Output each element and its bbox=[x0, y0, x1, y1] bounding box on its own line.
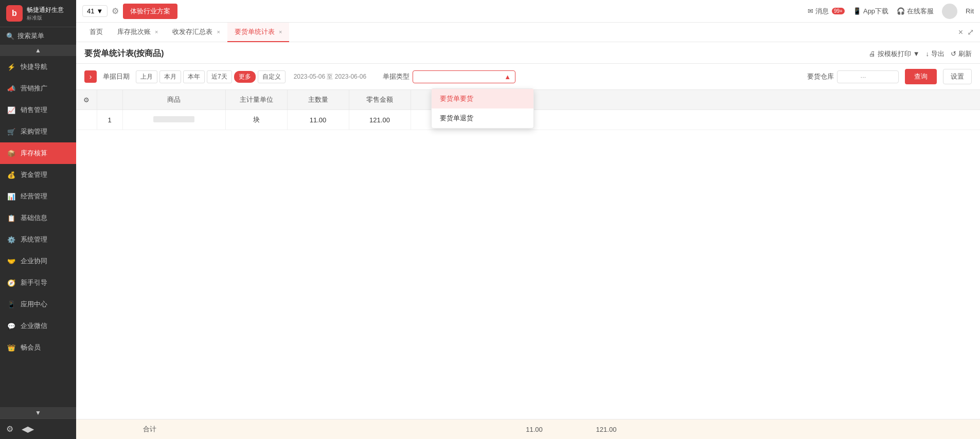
sales-icon: 📈 bbox=[6, 105, 16, 115]
sidebar: b 畅捷通好生意 标准版 🔍 搜索菜单 ▲ ⚡ 快捷导航 📣 营销推广 📈 销售… bbox=[0, 0, 76, 439]
type-select[interactable]: ▲ bbox=[413, 70, 515, 83]
sidebar-item-finance[interactable]: 💰 资金管理 bbox=[0, 164, 76, 186]
sidebar-item-marketing[interactable]: 📣 营销推广 bbox=[0, 78, 76, 99]
tab-batch-close[interactable]: × bbox=[155, 29, 158, 35]
sidebar-item-appcenter[interactable]: 📱 应用中心 bbox=[0, 294, 76, 315]
th-product: 商品 bbox=[122, 90, 225, 110]
date-label: 单据日期 bbox=[103, 72, 130, 81]
tab-order-stats-label: 要货单统计表 bbox=[235, 27, 275, 36]
date-btn-this-year[interactable]: 本年 bbox=[183, 70, 205, 83]
online-service-label: 在线客服 bbox=[907, 7, 934, 16]
date-btn-last-month[interactable]: 上月 bbox=[136, 70, 157, 83]
tab-collect-close[interactable]: × bbox=[217, 29, 220, 35]
operations-icon: 📊 bbox=[6, 191, 16, 202]
sidebar-item-quicknav[interactable]: ⚡ 快捷导航 bbox=[0, 56, 76, 78]
date-btn-custom[interactable]: 自定义 bbox=[258, 70, 286, 83]
user-name: Rit bbox=[966, 7, 974, 15]
online-service-item[interactable]: 🎧 在线客服 bbox=[897, 7, 934, 16]
window-controls: × ⤢ bbox=[958, 27, 974, 37]
member-icon: 👑 bbox=[6, 342, 16, 353]
sidebar-item-operations[interactable]: 📊 经营管理 bbox=[0, 186, 76, 207]
tab-home[interactable]: 首页 bbox=[82, 23, 110, 42]
topbar-left: 41 ▼ ⚙ 体验行业方案 bbox=[82, 4, 177, 19]
sidebar-item-purchase[interactable]: 🛒 采购管理 bbox=[0, 121, 76, 142]
table-footer: 合计 11.00 121.00 bbox=[76, 419, 980, 439]
date-btn-this-month[interactable]: 本月 bbox=[159, 70, 181, 83]
filter-toggle[interactable]: › bbox=[84, 70, 97, 83]
sidebar-scroll-down[interactable]: ▼ bbox=[0, 407, 76, 418]
base-icon: 📋 bbox=[6, 213, 16, 223]
tab-batch-label: 库存批次账 bbox=[117, 27, 151, 36]
sidebar-item-guide[interactable]: 🧭 新手引导 bbox=[0, 272, 76, 294]
main: 41 ▼ ⚙ 体验行业方案 ✉ 消息 99+ 📱 App下载 🎧 在线客服 Ri… bbox=[76, 0, 980, 439]
logo: b 畅捷通好生意 标准版 bbox=[0, 0, 76, 27]
quicknav-icon: ⚡ bbox=[6, 62, 16, 72]
nav-label: 应用中心 bbox=[21, 300, 47, 309]
topbar-gear-icon[interactable]: ⚙ bbox=[112, 6, 119, 16]
messages-badge: 99+ bbox=[832, 8, 845, 14]
headset-icon: 🎧 bbox=[897, 7, 905, 15]
company-value: 41 bbox=[87, 7, 94, 15]
user-avatar[interactable] bbox=[942, 4, 957, 19]
sidebar-item-wechat[interactable]: 💬 企业微信 bbox=[0, 315, 76, 337]
collapse-icon[interactable]: ◀▶ bbox=[22, 424, 34, 434]
sidebar-item-enterprise[interactable]: 🤝 企业协同 bbox=[0, 250, 76, 272]
settings-icon[interactable]: ⚙ bbox=[6, 424, 13, 434]
tab-collect[interactable]: 收发存汇总表 × bbox=[165, 23, 227, 42]
tab-batch[interactable]: 库存批次账 × bbox=[110, 23, 165, 42]
tab-order-stats-close[interactable]: × bbox=[279, 29, 282, 35]
chevron-right-icon: › bbox=[90, 72, 92, 81]
nav-label: 企业微信 bbox=[21, 321, 47, 331]
app-download-item[interactable]: 📱 App下载 bbox=[853, 7, 888, 16]
chevron-down-icon: ▼ bbox=[96, 7, 103, 15]
enterprise-icon: 🤝 bbox=[6, 256, 16, 266]
guide-icon: 🧭 bbox=[6, 278, 16, 288]
filter-area: › 单据日期 上月 本月 本年 近7天 更多 自定义 2023-05-06 至 … bbox=[76, 64, 980, 90]
sidebar-item-inventory[interactable]: 📦 库存核算 bbox=[0, 142, 76, 164]
date-btn-7days[interactable]: 近7天 bbox=[207, 70, 232, 83]
export-action[interactable]: ↓ 导出 bbox=[926, 49, 945, 59]
nav-label: 采购管理 bbox=[21, 127, 47, 136]
logo-icon: b bbox=[6, 5, 23, 22]
app-name: 畅捷通好生意 bbox=[27, 6, 64, 14]
phone-icon: 📱 bbox=[853, 7, 861, 15]
th-unit: 主计量单位 bbox=[225, 90, 287, 110]
sidebar-item-sales[interactable]: 📈 销售管理 bbox=[0, 99, 76, 121]
type-select-text bbox=[417, 73, 502, 81]
dropdown-item-order[interactable]: 要货单要货 bbox=[432, 89, 533, 108]
sidebar-scroll-up[interactable]: ▲ bbox=[0, 45, 76, 56]
query-btn[interactable]: 查询 bbox=[905, 69, 937, 84]
nav-label: 企业协同 bbox=[21, 257, 47, 266]
page-content: 要货单统计表(按商品) 🖨 按模板打印 ▼ ↓ 导出 ↺ 刷新 bbox=[76, 42, 980, 439]
refresh-action[interactable]: ↺ 刷新 bbox=[951, 49, 972, 59]
company-dropdown[interactable]: 41 ▼ bbox=[82, 5, 108, 17]
date-btn-more[interactable]: 更多 bbox=[234, 71, 256, 83]
settings-btn[interactable]: 设置 bbox=[943, 69, 972, 84]
warehouse-select[interactable]: ··· bbox=[837, 70, 899, 83]
th-settings[interactable]: ⚙ bbox=[76, 90, 97, 110]
tab-home-label: 首页 bbox=[90, 27, 103, 36]
refresh-label: 刷新 bbox=[958, 49, 972, 59]
app-download-label: App下载 bbox=[863, 7, 888, 16]
sidebar-item-member[interactable]: 👑 畅会员 bbox=[0, 337, 76, 358]
type-select-arrow: ▲ bbox=[504, 73, 511, 81]
industry-btn[interactable]: 体验行业方案 bbox=[123, 4, 177, 19]
marketing-icon: 📣 bbox=[6, 83, 16, 94]
print-action[interactable]: 🖨 按模板打印 ▼ bbox=[869, 49, 920, 59]
message-icon: ✉ bbox=[808, 7, 813, 15]
th-quantity: 主数量 bbox=[287, 90, 349, 110]
dropdown-item-return[interactable]: 要货单退货 bbox=[432, 108, 533, 128]
tab-order-stats[interactable]: 要货单统计表 × bbox=[227, 23, 289, 42]
window-close-btn[interactable]: × bbox=[958, 28, 963, 37]
tab-collect-label: 收发存汇总表 bbox=[172, 27, 212, 36]
sidebar-item-system[interactable]: ⚙️ 系统管理 bbox=[0, 229, 76, 250]
type-label: 单据类型 bbox=[383, 72, 409, 81]
cell-product bbox=[122, 110, 225, 130]
warehouse-label: 要货仓库 bbox=[807, 72, 834, 81]
window-expand-btn[interactable]: ⤢ bbox=[967, 27, 974, 37]
sidebar-item-base[interactable]: 📋 基础信息 bbox=[0, 207, 76, 229]
warehouse-select-text bbox=[842, 73, 859, 81]
messages-item[interactable]: ✉ 消息 99+ bbox=[808, 7, 845, 16]
warehouse-ellipsis: ··· bbox=[861, 73, 866, 81]
sidebar-search[interactable]: 🔍 搜索菜单 bbox=[0, 27, 76, 45]
